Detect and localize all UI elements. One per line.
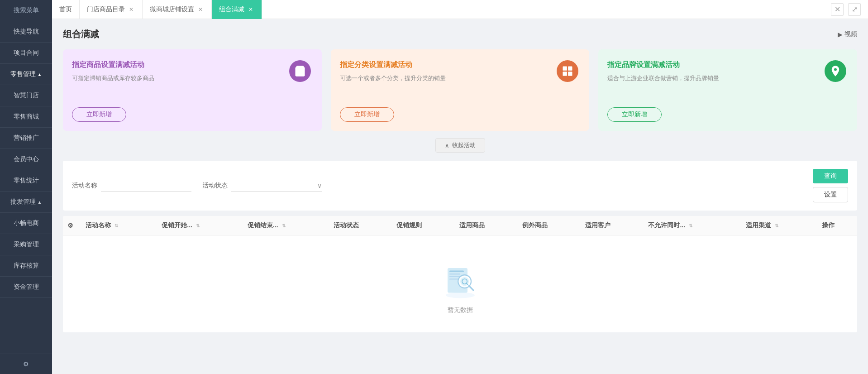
th-label: 例外商品: [522, 221, 548, 229]
th-no-simultaneous[interactable]: 不允许同时... ⇅: [644, 216, 741, 235]
empty-text: 暂无数据: [448, 306, 473, 314]
th-promo-rule: 促销规则: [392, 216, 455, 235]
svg-point-6: [446, 292, 475, 298]
sort-icon: ⇅: [114, 223, 118, 228]
chevron-down-icon: ∨: [317, 182, 322, 189]
activity-name-input[interactable]: [101, 180, 191, 192]
product-card-title: 指定商品设置满减活动: [72, 60, 313, 70]
sidebar-item-retail-mgmt[interactable]: 零售管理 ▲: [0, 64, 52, 85]
sidebar-item-retail-stats[interactable]: 零售统计: [0, 170, 52, 192]
svg-rect-8: [449, 271, 464, 272]
th-label: 操作: [822, 221, 835, 229]
maximize-window-button[interactable]: ⤢: [848, 3, 861, 16]
sidebar-item-project-contract[interactable]: 项目合同: [0, 43, 52, 64]
empty-state: 暂无数据: [63, 235, 857, 332]
tab-wechat-store[interactable]: 微商城店铺设置 ✕: [143, 0, 212, 19]
content-area: 组合满减 ▶ 视频 指定商品设置满减活动 可指定滞销商品或库存较多商品 立: [52, 19, 868, 374]
activity-status-select[interactable]: ∨: [231, 180, 322, 192]
th-label: 促销规则: [396, 221, 422, 229]
svg-rect-4: [568, 72, 572, 76]
cards-row: 指定商品设置满减活动 可指定滞销商品或库存较多商品 立即新增 指定分类设置满减活…: [63, 49, 857, 131]
th-promo-start[interactable]: 促销开始... ⇅: [157, 216, 243, 235]
gear-icon: ⚙: [67, 222, 73, 229]
tab-home[interactable]: 首页: [52, 0, 80, 19]
category-card-desc: 可选一个或者多个分类，提升分类的销量: [340, 74, 581, 100]
th-applicable-customer: 适用客户: [581, 216, 644, 235]
close-tab-store-catalog[interactable]: ✕: [128, 6, 135, 13]
th-label: 活动状态: [334, 221, 359, 229]
sidebar-item-label: 零售管理: [10, 70, 36, 78]
sidebar-item-inventory-calc[interactable]: 库存核算: [0, 255, 52, 277]
sidebar-item-xiaochang[interactable]: 小畅电商: [0, 213, 52, 234]
video-label: 视频: [844, 30, 857, 38]
brand-card-desc: 适合与上游企业联合做营销，提升品牌销量: [607, 74, 848, 100]
th-label: 不允许同时...: [648, 221, 685, 229]
th-applicable-channel[interactable]: 适用渠道 ⇅: [741, 216, 817, 235]
chevron-down-icon: ▲: [38, 200, 42, 205]
svg-point-5: [834, 68, 837, 71]
sidebar-item-smart-store[interactable]: 智慧门店: [0, 85, 52, 106]
sidebar-item-label: 会员中心: [14, 155, 39, 163]
sidebar-item-label: 采购管理: [14, 240, 39, 249]
svg-rect-3: [563, 72, 567, 76]
svg-rect-9: [449, 273, 460, 274]
th-activity-name[interactable]: 活动名称 ⇅: [81, 216, 157, 235]
sidebar-item-label: 资金管理: [14, 283, 39, 291]
th-label: 适用商品: [459, 221, 485, 229]
sidebar-item-label: 项目合同: [14, 49, 39, 57]
sidebar-item-membership[interactable]: 会员中心: [0, 149, 52, 170]
collapse-activity-button[interactable]: ∧ 收起活动: [435, 138, 485, 153]
svg-rect-1: [563, 67, 567, 71]
sidebar-item-retail-mall[interactable]: 零售商城: [0, 106, 52, 128]
sidebar-item-quick-nav[interactable]: 快捷导航: [0, 21, 52, 43]
th-gear[interactable]: ⚙: [63, 216, 81, 235]
activity-name-filter: 活动名称: [72, 180, 191, 192]
sidebar: 搜索菜单 快捷导航 项目合同 零售管理 ▲ 智慧门店 零售商城 营销推广 会员中…: [0, 0, 52, 374]
sidebar-item-marketing[interactable]: 营销推广: [0, 128, 52, 149]
sidebar-item-purchase-mgmt[interactable]: 采购管理: [0, 234, 52, 255]
th-promo-end[interactable]: 促销结束... ⇅: [243, 216, 329, 235]
sidebar-item-label: 快捷导航: [14, 28, 39, 36]
product-card-add-button[interactable]: 立即新增: [72, 107, 126, 122]
th-exception-goods: 例外商品: [518, 216, 581, 235]
sidebar-item-label: 营销推广: [14, 134, 39, 142]
th-activity-status: 活动状态: [329, 216, 392, 235]
video-link[interactable]: ▶ 视频: [838, 30, 857, 38]
sidebar-item-wholesale-mgmt[interactable]: 批发管理 ▲: [0, 192, 52, 213]
main-area: 首页 门店商品目录 ✕ 微商城店铺设置 ✕ 组合满减 ✕ ✕ ⤢ 组合满减 ▶ …: [52, 0, 868, 374]
activity-status-filter: 活动状态 ∨: [202, 180, 322, 192]
data-table: ⚙ 活动名称 ⇅ 促销开始... ⇅ 促销结束... ⇅: [63, 216, 857, 235]
sidebar-item-label: 库存核算: [14, 262, 39, 270]
close-tab-wechat-store[interactable]: ✕: [197, 6, 204, 13]
page-title: 组合满减: [63, 28, 99, 40]
collapse-bar: ∧ 收起活动: [63, 138, 857, 153]
empty-icon: [438, 263, 483, 299]
sidebar-search[interactable]: 搜索菜单: [0, 0, 52, 21]
query-button[interactable]: 查询: [813, 169, 848, 183]
table-header-row: ⚙ 活动名称 ⇅ 促销开始... ⇅ 促销结束... ⇅: [63, 216, 857, 235]
sidebar-item-label: 智慧门店: [14, 91, 39, 100]
tab-store-catalog-label: 门店商品目录: [87, 5, 125, 14]
svg-line-14: [469, 286, 473, 290]
chevron-up-icon: ▲: [38, 72, 42, 77]
close-tab-combo-discount[interactable]: ✕: [247, 6, 254, 13]
settings-button[interactable]: 设置: [813, 187, 848, 202]
filter-actions: 查询 设置: [813, 169, 848, 202]
collapse-label: 收起活动: [452, 141, 476, 149]
tab-combo-discount[interactable]: 组合满减 ✕: [212, 0, 262, 19]
brand-activity-card: 指定品牌设置满减活动 适合与上游企业联合做营销，提升品牌销量 立即新增: [598, 49, 857, 131]
data-table-wrap: ⚙ 活动名称 ⇅ 促销开始... ⇅ 促销结束... ⇅: [63, 216, 857, 332]
category-activity-card: 指定分类设置满减活动 可选一个或者多个分类，提升分类的销量 立即新增: [331, 49, 590, 131]
tab-store-catalog[interactable]: 门店商品目录 ✕: [80, 0, 143, 19]
category-card-add-button[interactable]: 立即新增: [340, 107, 394, 122]
product-activity-card: 指定商品设置满减活动 可指定滞销商品或库存较多商品 立即新增: [63, 49, 322, 131]
sidebar-item-fund-mgmt[interactable]: 资金管理: [0, 277, 52, 298]
sort-icon: ⇅: [775, 223, 778, 228]
close-window-button[interactable]: ✕: [831, 3, 844, 16]
svg-rect-2: [568, 67, 572, 71]
sidebar-settings[interactable]: ⚙: [0, 354, 52, 374]
brand-card-add-button[interactable]: 立即新增: [607, 107, 662, 122]
activity-name-label: 活动名称: [72, 182, 97, 190]
product-card-icon: [289, 60, 311, 82]
th-applicable-goods: 适用商品: [455, 216, 518, 235]
